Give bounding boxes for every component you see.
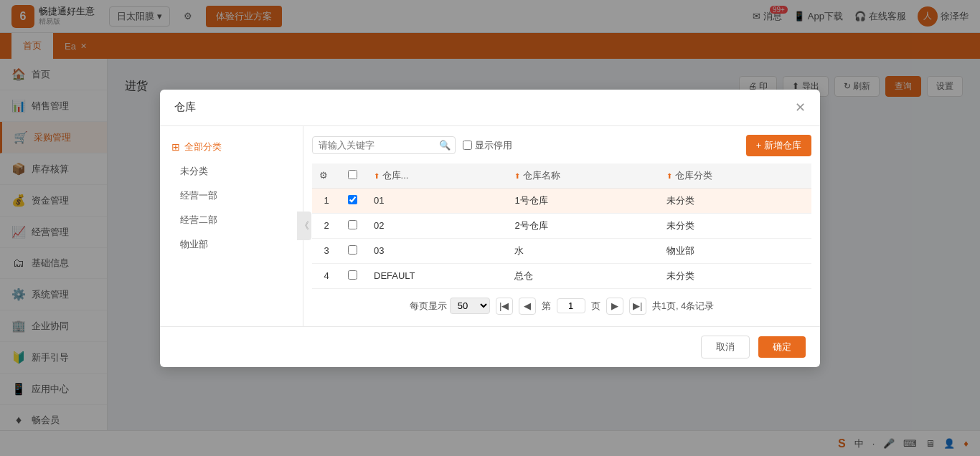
row-name-cell: 水 (507, 238, 659, 263)
row-number: 2 (312, 213, 341, 238)
all-categories-item[interactable]: ⊞ 全部分类 (160, 135, 303, 159)
row-name-cell: 总仓 (507, 263, 659, 288)
show-disabled-wrap: 显示停用 (463, 139, 512, 152)
row-category-cell: 未分类 (659, 213, 811, 238)
col-settings-header: ⚙ (312, 163, 341, 189)
row-number: 1 (312, 188, 341, 213)
row-checkbox-cell (341, 188, 367, 213)
row-select-checkbox[interactable] (348, 220, 357, 229)
row-name-cell: 1号仓库 (507, 188, 659, 213)
row-category-cell: 未分类 (659, 188, 811, 213)
table-row[interactable]: 3 03 水 物业部 (312, 238, 811, 263)
search-icon[interactable]: 🔍 (439, 140, 451, 151)
row-checkbox-cell (341, 263, 367, 288)
page-size-select[interactable]: 50 100 200 (450, 298, 490, 314)
page-size-selector: 每页显示 50 100 200 (410, 298, 490, 314)
per-page-label: 每页显示 (410, 300, 447, 313)
page-number-input[interactable] (557, 298, 585, 313)
row-select-checkbox[interactable] (348, 245, 357, 255)
col-code-header: ⬆ 仓库... (367, 163, 507, 189)
col-checkbox-header (341, 163, 367, 189)
row-checkbox-cell (341, 238, 367, 263)
category-item-unclassified[interactable]: 未分类 (160, 159, 303, 184)
row-number: 4 (312, 263, 341, 288)
next-page-button[interactable]: ▶ (606, 298, 623, 315)
row-category-cell: 未分类 (659, 263, 811, 288)
row-code-cell: DEFAULT (367, 263, 507, 288)
pagination: 每页显示 50 100 200 |◀ ◀ 第 页 ▶ ▶| 共1页, 4条记录 (312, 289, 811, 318)
modal-body: ⊞ 全部分类 未分类 经营一部 经营二部 物业部 《 🔍 (160, 126, 820, 326)
show-disabled-checkbox[interactable] (463, 141, 472, 150)
row-code-cell: 01 (367, 188, 507, 213)
search-input-wrap: 🔍 (312, 136, 456, 154)
page-label: 第 (542, 300, 551, 313)
table-toolbar: 🔍 显示停用 + 新增仓库 (312, 135, 811, 156)
page-unit: 页 (591, 300, 600, 313)
table-body: 1 01 1号仓库 未分类 2 02 2号仓库 未分类 3 03 水 物业部 4… (312, 188, 811, 288)
row-select-checkbox[interactable] (348, 195, 357, 204)
col-name-header: ⬆ 仓库名称 (507, 163, 659, 189)
row-name-cell: 2号仓库 (507, 213, 659, 238)
col-category-header: ⬆ 仓库分类 (659, 163, 811, 189)
modal-footer: 取消 确定 (160, 326, 820, 367)
gear-icon: ⚙ (319, 170, 328, 181)
row-category-cell: 物业部 (659, 238, 811, 263)
cancel-button[interactable]: 取消 (701, 336, 750, 358)
row-number: 3 (312, 238, 341, 263)
row-select-checkbox[interactable] (348, 270, 357, 280)
new-warehouse-button[interactable]: + 新增仓库 (746, 135, 811, 156)
row-code-cell: 02 (367, 213, 507, 238)
show-disabled-label: 显示停用 (475, 139, 512, 152)
category-item-ops2[interactable]: 经营二部 (160, 208, 303, 232)
last-page-button[interactable]: ▶| (629, 298, 646, 315)
table-row[interactable]: 2 02 2号仓库 未分类 (312, 213, 811, 238)
search-input[interactable] (319, 140, 439, 151)
warehouse-table: ⚙ ⬆ 仓库... ⬆ 仓库名称 ⬆ 仓库分类 1 01 1号仓库 未分类 2 … (312, 163, 811, 289)
confirm-button[interactable]: 确定 (758, 336, 806, 358)
category-item-property[interactable]: 物业部 (160, 232, 303, 257)
row-code-cell: 03 (367, 238, 507, 263)
total-info: 共1页, 4条记录 (652, 300, 715, 313)
row-checkbox-cell (341, 213, 367, 238)
warehouse-modal: 仓库 ✕ ⊞ 全部分类 未分类 经营一部 经营二部 物业部 《 (160, 90, 820, 367)
grid-icon: ⊞ (171, 141, 180, 153)
all-categories-label: 全部分类 (184, 141, 222, 153)
collapse-panel-button[interactable]: 《 (297, 212, 311, 240)
modal-title: 仓库 (174, 100, 196, 114)
table-row[interactable]: 4 DEFAULT 总仓 未分类 (312, 263, 811, 288)
modal-overlay: 仓库 ✕ ⊞ 全部分类 未分类 经营一部 经营二部 物业部 《 (0, 0, 980, 456)
first-page-button[interactable]: |◀ (496, 298, 513, 315)
prev-page-button[interactable]: ◀ (519, 298, 536, 315)
table-head: ⚙ ⬆ 仓库... ⬆ 仓库名称 ⬆ 仓库分类 (312, 163, 811, 189)
category-item-ops1[interactable]: 经营一部 (160, 184, 303, 208)
category-panel: ⊞ 全部分类 未分类 经营一部 经营二部 物业部 《 (160, 126, 303, 326)
select-all-checkbox[interactable] (348, 170, 357, 179)
table-container: ⚙ ⬆ 仓库... ⬆ 仓库名称 ⬆ 仓库分类 1 01 1号仓库 未分类 2 … (312, 163, 811, 289)
table-panel: 🔍 显示停用 + 新增仓库 ⚙ ⬆ 仓库... ⬆ 仓库名称 ⬆ 仓库分类 (303, 126, 820, 326)
table-row[interactable]: 1 01 1号仓库 未分类 (312, 188, 811, 213)
modal-header: 仓库 ✕ (160, 90, 820, 126)
modal-close-button[interactable]: ✕ (795, 100, 806, 115)
